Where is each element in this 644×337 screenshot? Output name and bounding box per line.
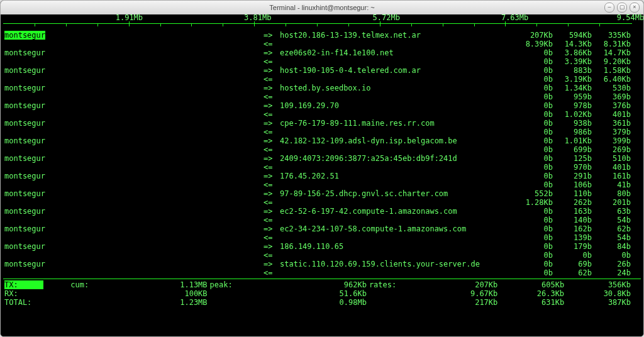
scale-label: 3.81Mb: [244, 13, 271, 22]
rate-10s: 594Kb: [554, 31, 593, 40]
rate-2s: 0b: [515, 216, 554, 224]
rate-40s: 62b: [593, 224, 632, 233]
rate-value: 26.3Kb: [499, 289, 565, 298]
connection-row-tx: montsegur=>ec2-34-234-107-58.compute-1.a…: [3, 224, 632, 233]
rate-2s: 0b: [515, 110, 554, 119]
rate-40s: 201b: [593, 198, 632, 207]
rate-2s: 1.28Kb: [515, 198, 554, 207]
rate-2s: 0b: [515, 224, 554, 233]
connection-row-rx: <=0b62b24b: [3, 268, 632, 277]
connection-row-rx: <=0b699b269b: [3, 145, 632, 154]
rate-40s: 335Kb: [593, 31, 632, 40]
rate-2s: 0b: [515, 172, 554, 180]
rate-2s: 0b: [515, 207, 554, 216]
stats-table: TX:cum:1.13MBpeak:962Kbrates:207Kb605Kb3…: [3, 280, 632, 307]
peak-header: [209, 289, 284, 298]
arrow-tx-icon: =>: [262, 48, 279, 57]
connection-row-tx: montsegur=>2409:4073:2096:3877:a25a:45eb…: [3, 154, 632, 163]
source-host: montsegur: [4, 207, 45, 216]
rate-2s: 0b: [515, 145, 554, 154]
rate-10s: 139b: [554, 233, 593, 242]
connection-row-tx: montsegur=>static.110.120.69.159.clients…: [3, 260, 632, 268]
rate-40s: 24b: [593, 268, 632, 277]
rate-10s: 140b: [554, 216, 593, 224]
connection-row-rx: <=8.39Kb14.3Kb8.31Kb: [3, 40, 632, 48]
arrow-tx-icon: =>: [262, 242, 279, 251]
stats-row: RX:100KB51.6Kb9.67Kb26.3Kb30.8Kb: [3, 289, 632, 298]
connection-row-tx: montsegur=>97-89-156-25.dhcp.gnvl.sc.cha…: [3, 189, 632, 198]
rate-2s: 0b: [515, 260, 554, 268]
dest-host: ec2-34-234-107-58.compute-1.amazonaws.co…: [279, 224, 515, 233]
rate-40s: 530b: [593, 84, 632, 92]
connection-row-tx: montsegur=>eze06s02-in-f14.1e100.net0b3.…: [3, 48, 632, 57]
arrow-rx-icon: <=: [262, 198, 279, 207]
dest-host: 42.182-132-109.adsl-dyn.isp.belgacom.be: [279, 136, 515, 145]
cum-header: cum:: [69, 280, 134, 289]
connection-row-tx: montsegur=>ec2-52-6-197-42.compute-1.ama…: [3, 207, 632, 216]
rate-40s: 376b: [593, 101, 632, 110]
stat-label: TX:: [4, 280, 43, 289]
rate-40s: 369b: [593, 92, 632, 101]
arrow-rx-icon: <=: [262, 110, 279, 119]
arrow-rx-icon: <=: [262, 57, 279, 66]
rate-2s: 0b: [515, 233, 554, 242]
source-host: montsegur: [4, 119, 45, 128]
arrow-tx-icon: =>: [262, 136, 279, 145]
connection-row-rx: <=0b0b0b: [3, 251, 632, 260]
terminal-body[interactable]: 1.91Mb3.81Mb5.72Mb7.63Mb9.54Mb montsegur…: [1, 14, 643, 336]
rate-2s: 0b: [515, 101, 554, 110]
source-host: montsegur: [4, 260, 45, 268]
dest-host: 97-89-156-25.dhcp.gnvl.sc.charter.com: [279, 189, 515, 198]
rate-10s: 883b: [554, 66, 593, 75]
arrow-tx-icon: =>: [262, 154, 279, 163]
arrow-tx-icon: =>: [262, 189, 279, 198]
arrow-tx-icon: =>: [262, 66, 279, 75]
maximize-icon[interactable]: ▢: [617, 3, 627, 13]
rate-value: 356Kb: [565, 280, 632, 289]
rate-2s: 0b: [515, 84, 554, 92]
arrow-tx-icon: =>: [262, 224, 279, 233]
scale-label: 1.91Mb: [116, 13, 143, 22]
arrow-rx-icon: <=: [262, 40, 279, 48]
source-host: montsegur: [4, 101, 45, 110]
scale-label: 9.54Mb: [617, 13, 644, 22]
dest-host: host20.186-13-139.telmex.net.ar: [279, 31, 515, 40]
arrow-rx-icon: <=: [262, 268, 279, 277]
stats-row: TOTAL:1.23MB0.98Mb217Kb631Kb387Kb: [3, 298, 632, 307]
rate-10s: 125b: [554, 154, 593, 163]
connection-row-tx: montsegur=>186.149.110.650b179b84b: [3, 242, 632, 251]
source-host: montsegur: [4, 189, 45, 198]
rate-10s: 1.02Kb: [554, 110, 593, 119]
source-host: montsegur: [4, 224, 45, 233]
rate-10s: 69b: [554, 260, 593, 268]
rate-40s: 1.58Kb: [593, 66, 632, 75]
connection-row-rx: <=0b986b379b: [3, 128, 632, 136]
peak-value: 0.98Mb: [283, 298, 368, 307]
rate-value: 217Kb: [432, 298, 499, 307]
rate-10s: 978b: [554, 101, 593, 110]
rate-40s: 6.40Kb: [593, 75, 632, 84]
minimize-icon[interactable]: –: [604, 3, 614, 13]
rate-value: 30.8Kb: [565, 289, 632, 298]
close-icon[interactable]: ×: [630, 3, 640, 13]
stats-row: TX:cum:1.13MBpeak:962Kbrates:207Kb605Kb3…: [3, 280, 632, 289]
rate-2s: 0b: [515, 154, 554, 163]
rate-40s: 26b: [593, 260, 632, 268]
connection-row-rx: <=0b3.39Kb9.20Kb: [3, 57, 632, 66]
arrow-tx-icon: =>: [262, 207, 279, 216]
rate-2s: 0b: [515, 57, 554, 66]
titlebar[interactable]: Terminal - linuxhint@montsegur: ~ – ▢ ×: [1, 1, 643, 15]
rate-10s: 0b: [554, 251, 593, 260]
cum-value: 100KB: [134, 289, 209, 298]
arrow-rx-icon: <=: [262, 180, 279, 189]
rate-10s: 1.01Kb: [554, 136, 593, 145]
connection-row-rx: <=0b3.19Kb6.40Kb: [3, 75, 632, 84]
rate-2s: 0b: [515, 242, 554, 251]
connection-row-rx: <=0b970b401b: [3, 163, 632, 172]
rate-2s: 0b: [515, 128, 554, 136]
peak-value: 51.6Kb: [283, 289, 368, 298]
arrow-rx-icon: <=: [262, 145, 279, 154]
arrow-tx-icon: =>: [262, 172, 279, 180]
dest-host: 186.149.110.65: [279, 242, 515, 251]
rate-10s: 110b: [554, 189, 593, 198]
